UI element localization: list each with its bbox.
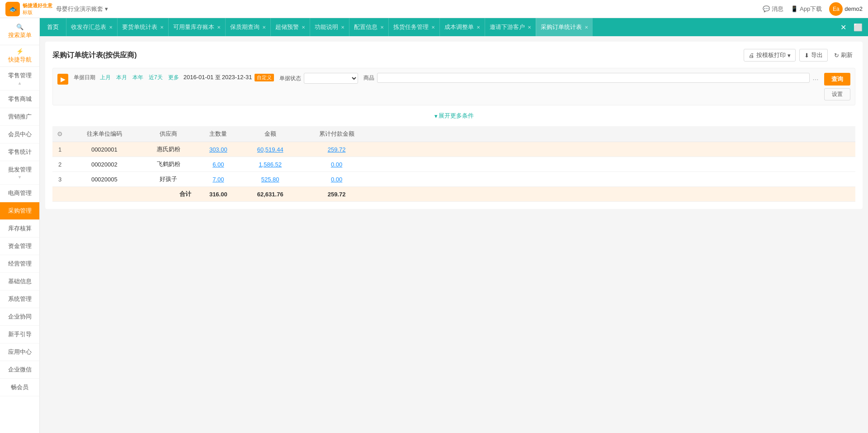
tab-close-window-button[interactable]: ✕: [839, 21, 848, 33]
date-shortcut-cur-year[interactable]: 本年: [131, 73, 145, 82]
product-filter-input[interactable]: [377, 73, 810, 83]
expand-more-conditions-button[interactable]: ▾ 展开更多条件: [434, 112, 474, 120]
row2-code: 00020002: [67, 157, 142, 172]
tab-overstock-warning[interactable]: 超储预警 ✕: [270, 18, 310, 36]
sidebar-item-app-center[interactable]: 应用中心: [0, 343, 39, 361]
search-icon: 🔍: [16, 24, 24, 30]
date-shortcut-prev-month[interactable]: 上月: [98, 73, 113, 82]
quick-nav-button[interactable]: ⚡ 快捷导航: [0, 45, 39, 67]
sidebar-item-inventory[interactable]: 库存核算: [0, 220, 39, 238]
sidebar-item-marketing[interactable]: 营销推广: [0, 108, 39, 126]
tab-order-stats-close-icon[interactable]: ✕: [160, 25, 164, 30]
sidebar-item-wholesale-mgmt[interactable]: 批发管理 ▼: [0, 161, 39, 185]
table-footer-row: 合计 316.00 62,631.76 259.72: [52, 187, 855, 202]
tab-config-info[interactable]: 配置信息 ✕: [349, 18, 388, 36]
date-shortcut-7days[interactable]: 近7天: [147, 73, 165, 82]
export-button[interactable]: ⬇ 导出: [799, 49, 828, 62]
sidebar-item-purchase-mgmt[interactable]: 采购管理: [0, 202, 39, 220]
top-bar-right: 💬 消息 📱 App下载 Ea demo2: [763, 2, 863, 16]
sidebar-item-basic-info[interactable]: 基础信息: [0, 273, 39, 290]
settings-button[interactable]: 设置: [824, 88, 850, 100]
sidebar-item-sys-mgmt[interactable]: 系统管理: [0, 290, 39, 308]
row1-qty[interactable]: 303.00: [196, 142, 241, 157]
operations-label: 经营管理: [8, 260, 32, 268]
sidebar-item-retail-store[interactable]: 零售商城: [0, 90, 39, 108]
tab-overstock-warning-close-icon[interactable]: ✕: [302, 25, 305, 30]
tab-invite-downstream[interactable]: 邀请下游客户 ✕: [485, 18, 536, 36]
date-shortcut-more[interactable]: 更多: [166, 73, 181, 82]
tab-recv-send[interactable]: 收发存汇总表 ✕: [66, 18, 117, 36]
tab-pick-task[interactable]: 拣货任务管理 ✕: [388, 18, 439, 36]
sidebar-search-section: 🔍 搜索菜单: [0, 18, 39, 45]
purchase-mgmt-label: 采购管理: [8, 207, 32, 215]
row3-num: 3: [52, 172, 67, 187]
user-profile[interactable]: Ea demo2: [829, 2, 863, 16]
tab-expiry-query-close-icon[interactable]: ✕: [262, 25, 266, 30]
filter-toggle-button[interactable]: ▶: [57, 74, 68, 85]
product-filter-more-icon[interactable]: …: [812, 74, 819, 81]
template-print-button[interactable]: 🖨 按模板打印 ▾: [744, 49, 796, 62]
message-button[interactable]: 💬 消息: [763, 5, 783, 13]
row1-supplier: 惠氏奶粉: [142, 142, 196, 157]
table-settings-icon[interactable]: ⚙: [57, 130, 63, 138]
sidebar-item-member-plus[interactable]: 畅会员: [0, 379, 39, 396]
tab-cost-adj[interactable]: 成本调整单 ✕: [439, 18, 485, 36]
row1-amount[interactable]: 60,519.44: [241, 142, 300, 157]
tab-inventory-ledger-close-icon[interactable]: ✕: [217, 25, 221, 30]
retail-store-label: 零售商城: [8, 95, 32, 103]
retail-mgmt-label: 零售管理: [8, 71, 32, 80]
footer-paid: 259.72: [300, 187, 374, 202]
sidebar-item-retail-mgmt[interactable]: 零售管理 ▲: [0, 67, 39, 90]
search-menu-button[interactable]: 🔍 搜索菜单: [3, 22, 37, 41]
sidebar-item-enterprise-wechat[interactable]: 企业微信: [0, 361, 39, 379]
sidebar-item-operations[interactable]: 经营管理: [0, 255, 39, 273]
sidebar-item-members[interactable]: 会员中心: [0, 126, 39, 143]
footer-amount: 62,631.76: [241, 187, 300, 202]
sidebar-item-capital[interactable]: 资金管理: [0, 238, 39, 255]
content-area: 首页 收发存汇总表 ✕ 要货单统计表 ✕ 可用量库存账本 ✕ 保质期查询 ✕ 超…: [40, 18, 868, 433]
app-download-button[interactable]: 📱 App下载: [791, 5, 822, 13]
search-button[interactable]: 查询: [824, 73, 850, 86]
tab-config-info-close-icon[interactable]: ✕: [380, 25, 384, 30]
tab-purchase-order-stats[interactable]: 采购订单统计表 ✕: [536, 18, 593, 36]
sidebar-item-enterprise-collab[interactable]: 企业协同: [0, 308, 39, 326]
footer-extra: [373, 187, 855, 202]
tab-invite-downstream-close-icon[interactable]: ✕: [528, 25, 531, 30]
date-shortcut-cur-month[interactable]: 本月: [114, 73, 129, 82]
row2-paid[interactable]: 0.00: [300, 157, 374, 172]
tab-func-desc[interactable]: 功能说明 ✕: [310, 18, 349, 36]
tab-expiry-query[interactable]: 保质期查询 ✕: [225, 18, 270, 36]
retail-stats-label: 零售统计: [8, 148, 32, 156]
refresh-button[interactable]: ↻ 刷新: [831, 49, 855, 61]
status-filter-select[interactable]: [304, 73, 358, 84]
row3-paid[interactable]: 0.00: [300, 172, 374, 187]
sidebar-item-ecommerce[interactable]: 电商管理: [0, 185, 39, 202]
tab-order-stats[interactable]: 要货单统计表 ✕: [117, 18, 168, 36]
tab-maximize-button[interactable]: ⬜: [852, 21, 864, 33]
col-header-supplier: 供应商: [142, 126, 196, 142]
tab-purchase-order-stats-close-icon[interactable]: ✕: [585, 25, 588, 30]
date-shortcuts: 上月 本月 本年 近7天 更多: [98, 73, 181, 82]
tab-home[interactable]: 首页: [40, 18, 66, 36]
workspace-selector[interactable]: 母婴行业演示账套 ▾: [56, 5, 108, 13]
members-label: 会员中心: [8, 130, 32, 138]
row1-paid[interactable]: 259.72: [300, 142, 374, 157]
workspace-name: 母婴行业演示账套: [56, 5, 103, 13]
app-center-label: 应用中心: [8, 348, 32, 356]
row2-amount[interactable]: 1,586.52: [241, 157, 300, 172]
col-header-settings: ⚙: [52, 126, 67, 142]
tab-func-desc-close-icon[interactable]: ✕: [341, 25, 344, 30]
tab-inventory-ledger[interactable]: 可用量库存账本 ✕: [168, 18, 225, 36]
sidebar-item-new-guide[interactable]: 新手引导: [0, 326, 39, 343]
page-header-actions: 🖨 按模板打印 ▾ ⬇ 导出 ↻ 刷新: [744, 49, 855, 62]
row3-qty[interactable]: 7.00: [196, 172, 241, 187]
tab-recv-send-close-icon[interactable]: ✕: [109, 25, 113, 30]
row2-qty[interactable]: 6.00: [196, 157, 241, 172]
print-icon: 🖨: [749, 52, 755, 59]
expand-icon: ▲: [18, 81, 22, 86]
row3-amount[interactable]: 525.80: [241, 172, 300, 187]
sidebar-item-retail-stats[interactable]: 零售统计: [0, 143, 39, 161]
col-header-paid: 累计付款金额: [300, 126, 374, 142]
tab-pick-task-close-icon[interactable]: ✕: [431, 25, 435, 30]
tab-cost-adj-close-icon[interactable]: ✕: [476, 25, 480, 30]
